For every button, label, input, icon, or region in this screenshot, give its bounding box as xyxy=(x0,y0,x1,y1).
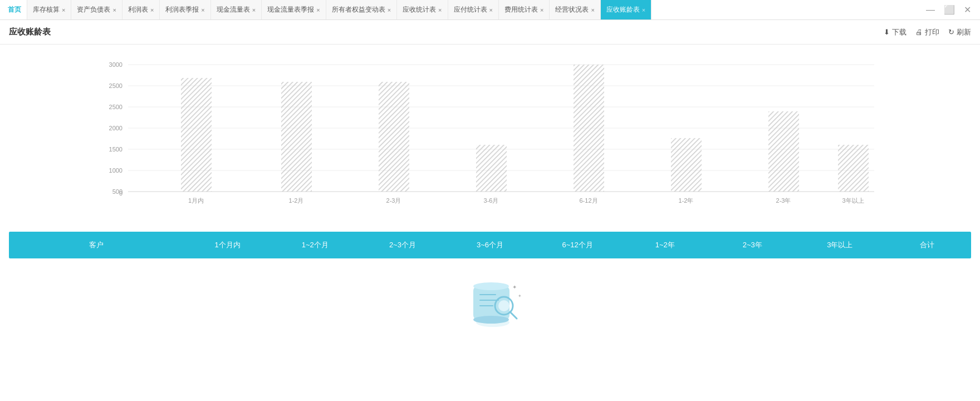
x-label-1-2year: 1-2年 xyxy=(679,197,694,204)
tab-inventory[interactable]: 库存核算 × xyxy=(27,0,71,20)
svg-text:1500: 1500 xyxy=(109,146,122,153)
th-1-2month: 1~2个月 xyxy=(271,240,359,250)
tab-bar-actions: — ⬜ ✕ xyxy=(924,2,978,17)
tab-profit-label: 利润表 xyxy=(128,5,148,14)
print-icon: 🖨 xyxy=(915,28,923,36)
tab-home-label: 首页 xyxy=(8,5,21,14)
tab-inventory-label: 库存核算 xyxy=(33,5,60,14)
svg-point-23 xyxy=(498,300,509,311)
refresh-label: 刷新 xyxy=(957,27,971,37)
refresh-icon: ↻ xyxy=(948,28,954,36)
download-button[interactable]: ⬇ 下载 xyxy=(884,27,906,37)
bar-1month xyxy=(181,78,212,192)
svg-point-20 xyxy=(473,316,509,324)
close-profit-icon[interactable]: × xyxy=(150,7,154,13)
page-header: 应收账龄表 ⬇ 下载 🖨 打印 ↻ 刷新 xyxy=(0,20,980,45)
tab-cashflow-label: 现金流量表 xyxy=(217,5,250,14)
th-total: 合计 xyxy=(884,240,971,250)
th-3-6month: 3~6个月 xyxy=(446,240,533,250)
download-label: 下载 xyxy=(892,27,906,37)
tab-operation-label: 经营状况表 xyxy=(555,5,589,14)
empty-icon: ✦ ✦ xyxy=(462,275,518,325)
x-label-6-12month: 6-12月 xyxy=(579,197,597,204)
tab-receivable-stat[interactable]: 应收统计表 × xyxy=(397,0,448,20)
download-icon: ⬇ xyxy=(884,28,890,36)
close-cashflow-icon[interactable]: × xyxy=(252,7,256,13)
tab-balance[interactable]: 资产负债表 × xyxy=(71,0,122,20)
x-label-3-6month: 3-6月 xyxy=(484,197,499,204)
tab-aging[interactable]: 应收账龄表 × xyxy=(601,0,651,20)
svg-point-21 xyxy=(473,282,509,290)
main-content: 3000 2500 2500 2000 1500 1000 500 0 xyxy=(0,45,980,401)
close-operation-icon[interactable]: × xyxy=(591,7,594,13)
svg-line-24 xyxy=(510,312,517,319)
page-title: 应收账龄表 xyxy=(9,27,51,37)
bar-1-2year xyxy=(671,138,702,192)
close-cashflow-quarter-icon[interactable]: × xyxy=(316,7,320,13)
tab-payable-stat[interactable]: 应付统计表 × xyxy=(448,0,499,20)
th-3year-plus: 3年以上 xyxy=(796,240,884,250)
th-2-3year: 2~3年 xyxy=(709,240,796,250)
close-payable-stat-icon[interactable]: × xyxy=(489,7,493,13)
svg-text:✦: ✦ xyxy=(512,284,517,290)
th-1month: 1个月内 xyxy=(184,240,271,250)
x-label-2-3year: 2-3年 xyxy=(776,197,791,204)
tab-cashflow-quarter-label: 现金流量表季报 xyxy=(267,5,314,14)
tab-cashflow[interactable]: 现金流量表 × xyxy=(211,0,262,20)
empty-state: ✦ ✦ xyxy=(9,258,971,325)
tab-cashflow-quarter[interactable]: 现金流量表季报 × xyxy=(262,0,326,20)
window-close-icon[interactable]: ✕ xyxy=(962,2,973,17)
x-label-1month: 1月内 xyxy=(188,197,204,204)
tab-profit-quarter-label: 利润表季报 xyxy=(165,5,199,14)
x-label-3year-plus: 3年以上 xyxy=(842,197,864,204)
tab-equity[interactable]: 所有者权益变动表 × xyxy=(326,0,397,20)
tab-aging-label: 应收账龄表 xyxy=(606,5,640,14)
print-button[interactable]: 🖨 打印 xyxy=(915,27,939,37)
th-1-2year: 1~2年 xyxy=(621,240,709,250)
svg-text:✦: ✦ xyxy=(518,294,522,299)
print-label: 打印 xyxy=(925,27,939,37)
svg-text:2500: 2500 xyxy=(109,104,122,110)
th-2-3month: 2~3个月 xyxy=(359,240,446,250)
header-actions: ⬇ 下载 🖨 打印 ↻ 刷新 xyxy=(884,27,971,37)
tab-payable-stat-label: 应付统计表 xyxy=(454,5,487,14)
bar-3-6month xyxy=(476,145,507,192)
close-profit-quarter-icon[interactable]: × xyxy=(201,7,204,13)
bar-6-12month xyxy=(574,65,604,192)
bar-3year-plus xyxy=(838,145,869,192)
refresh-button[interactable]: ↻ 刷新 xyxy=(948,27,971,37)
close-equity-icon[interactable]: × xyxy=(388,7,391,13)
tab-operation[interactable]: 经营状况表 × xyxy=(550,0,600,20)
tab-home[interactable]: 首页 xyxy=(2,0,27,20)
bar-1-2month xyxy=(281,82,312,192)
x-label-2-3month: 2-3月 xyxy=(386,197,401,204)
tab-expense-stat-label: 费用统计表 xyxy=(504,5,538,14)
tab-equity-label: 所有者权益变动表 xyxy=(332,5,385,14)
aging-chart: 3000 2500 2500 2000 1500 1000 500 0 xyxy=(9,59,971,209)
table-header: 客户 1个月内 1~2个月 2~3个月 3~6个月 6~12个月 1~2年 2~… xyxy=(9,232,971,258)
tab-profit-quarter[interactable]: 利润表季报 × xyxy=(160,0,210,20)
window-maximize-icon[interactable]: ⬜ xyxy=(942,2,957,17)
bar-2-3year xyxy=(768,111,799,192)
close-inventory-icon[interactable]: × xyxy=(62,7,65,13)
tab-profit[interactable]: 利润表 × xyxy=(122,0,160,20)
th-6-12month: 6~12个月 xyxy=(534,240,621,250)
chart-area: 3000 2500 2500 2000 1500 1000 500 0 xyxy=(9,53,971,232)
tab-expense-stat[interactable]: 费用统计表 × xyxy=(499,0,550,20)
close-expense-stat-icon[interactable]: × xyxy=(540,7,543,13)
x-label-1-2month: 1-2月 xyxy=(289,197,304,204)
close-balance-icon[interactable]: × xyxy=(112,7,116,13)
th-customer: 客户 xyxy=(9,240,184,250)
tab-balance-label: 资产负债表 xyxy=(77,5,110,14)
close-receivable-stat-icon[interactable]: × xyxy=(438,7,442,13)
svg-text:2000: 2000 xyxy=(109,125,122,131)
svg-text:2500: 2500 xyxy=(109,82,122,89)
bar-2-3month xyxy=(379,82,409,192)
close-aging-icon[interactable]: × xyxy=(642,7,645,13)
empty-illustration: ✦ ✦ xyxy=(462,275,523,331)
svg-text:1000: 1000 xyxy=(109,167,122,174)
svg-text:0: 0 xyxy=(119,190,122,197)
window-minimize-icon[interactable]: — xyxy=(924,3,937,17)
tab-receivable-stat-label: 应收统计表 xyxy=(403,5,436,14)
tab-bar: 首页 库存核算 × 资产负债表 × 利润表 × 利润表季报 × 现金流量表 × … xyxy=(0,0,980,20)
